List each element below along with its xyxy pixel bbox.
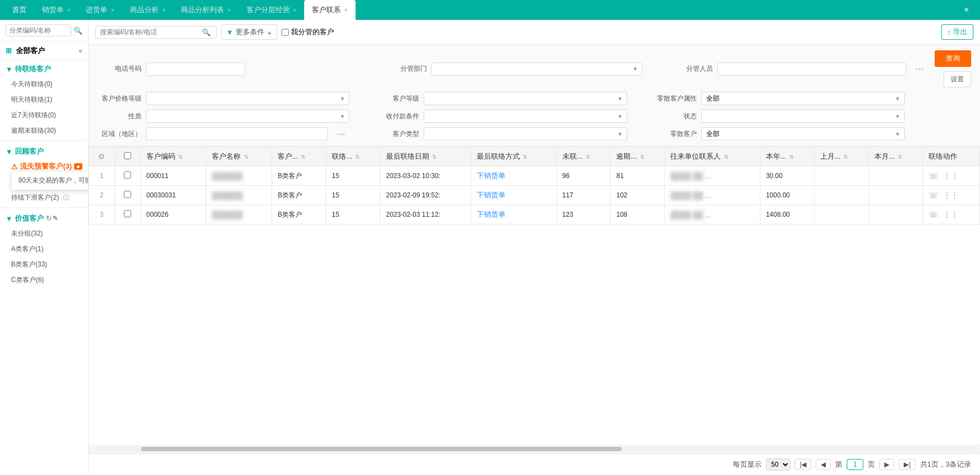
sidebar-group-review[interactable]: ▼ 回顾客户 — [0, 143, 88, 159]
tab-purchase[interactable]: 进货单 × — [78, 0, 122, 20]
sidebar-item-ungrouped[interactable]: 未分组(32) — [0, 226, 88, 241]
sidebar-item-class-c[interactable]: C类客户(6) — [0, 272, 88, 288]
sidebar-item-today[interactable]: 今天待联络(0) — [0, 76, 88, 92]
last-method-link-2[interactable]: 下销货单 — [477, 210, 505, 218]
toolbar: 🔍 ▼ 更多条件 ▲ 我分管的客户 ↑ 导出 — [88, 20, 980, 45]
setting-button[interactable]: 设置 — [943, 71, 971, 87]
filter-customer-level-select[interactable] — [424, 92, 627, 105]
row-select-checkbox-1[interactable] — [124, 191, 131, 198]
sidebar-search-input[interactable] — [6, 24, 71, 36]
filter-region-more[interactable]: ··· — [332, 128, 350, 140]
settings-gear-icon[interactable]: ⚙ — [98, 152, 105, 161]
export-button[interactable]: ↑ 导出 — [941, 24, 974, 40]
sidebar-collapse-icon[interactable]: « — [79, 47, 82, 55]
my-customers-checkbox[interactable] — [282, 29, 289, 36]
filter-price-level-label: 客户价格等级 — [97, 94, 142, 103]
sidebar-item-class-b[interactable]: B类客户(33) — [0, 257, 88, 272]
row-last-method-0[interactable]: 下销货单 — [471, 166, 556, 186]
select-all-checkbox[interactable] — [124, 152, 131, 159]
my-customers-checkbox-wrap[interactable]: 我分管的客户 — [282, 27, 334, 37]
tab-sales[interactable]: 销货单 × — [34, 0, 78, 20]
tab-customer-contact-close[interactable]: × — [344, 7, 347, 13]
sidebar-all-customers[interactable]: ⊞ 全部客户 « — [0, 41, 88, 61]
filter-dept-select[interactable] — [431, 62, 642, 76]
page-size-select[interactable]: 50 — [766, 458, 790, 471]
sidebar-item-7days[interactable]: 近7天待联络(0) — [0, 107, 88, 123]
sidebar-group-value[interactable]: ▼ 价值客户 ↻ ✎ — [0, 210, 88, 226]
value-refresh-icon[interactable]: ↻ — [46, 215, 51, 222]
sidebar-item-overdue-contact[interactable]: 逾期未联络(30) — [0, 123, 88, 138]
search-input[interactable] — [100, 28, 200, 36]
sidebar-item-class-a[interactable]: A类客户(1) — [0, 241, 88, 257]
row-checkbox-0[interactable] — [114, 166, 140, 186]
horizontal-scrollbar-track[interactable] — [97, 447, 971, 451]
tab-analysis[interactable]: 商品分析 × — [122, 0, 173, 20]
row-last-method-1[interactable]: 下销货单 — [471, 186, 556, 205]
col-last-method[interactable]: 最后联络方式 ⇅ — [471, 147, 556, 166]
filter-gender-select[interactable] — [146, 109, 350, 123]
filter-person-input[interactable] — [717, 62, 906, 76]
col-uncontacted[interactable]: 未联... ⇅ — [556, 147, 611, 166]
row-last-method-2[interactable]: 下销货单 — [471, 205, 556, 225]
col-this-year[interactable]: 本年... ⇅ — [760, 147, 814, 166]
horizontal-scrollbar-thumb[interactable] — [141, 447, 622, 451]
row-select-checkbox-2[interactable] — [124, 210, 131, 217]
filter-zero-attr-select[interactable]: 全部 — [701, 92, 905, 105]
filter-more-button[interactable]: ▼ 更多条件 ▲ — [221, 24, 277, 40]
prev-page-button[interactable]: ◀ — [816, 459, 831, 470]
col-type[interactable]: 客户... ⇅ — [272, 147, 326, 166]
tab-sales-close[interactable]: × — [67, 7, 70, 13]
last-method-link-0[interactable]: 下销货单 — [477, 171, 505, 180]
col-code[interactable]: 客户编码 ⇅ — [140, 147, 206, 166]
tab-purchase-close[interactable]: × — [111, 7, 114, 13]
action-contact-icon-1[interactable]: ☏ — [929, 191, 939, 200]
action-more-icon-0[interactable]: ⋮⋮ — [943, 171, 958, 180]
first-page-button[interactable]: |◀ — [795, 459, 811, 470]
filter-price-level-select[interactable] — [146, 92, 350, 105]
col-overdue[interactable]: 逾期... ⇅ — [611, 147, 665, 166]
sidebar-item-tomorrow[interactable]: 明天待联络(1) — [0, 92, 88, 107]
col-contact-person[interactable]: 往来单位联系人 ⇅ — [665, 147, 760, 166]
filter-zero-customer-select[interactable]: 全部 — [701, 127, 905, 140]
filter-payment-select[interactable] — [424, 109, 627, 123]
query-button[interactable]: 查询 — [935, 50, 971, 67]
tab-customer-contact[interactable]: 客户联系 × — [304, 0, 355, 20]
window-close-button[interactable]: × — [957, 5, 976, 15]
row-checkbox-2[interactable] — [114, 205, 140, 225]
tab-home[interactable]: 首页 — [4, 5, 34, 15]
sidebar-group-pending[interactable]: ▼ 待联络客户 — [0, 61, 88, 76]
page-label: 第 — [835, 460, 842, 469]
tab-analysis-list[interactable]: 商品分析列表 × — [173, 0, 238, 20]
filter-phone-input[interactable] — [146, 62, 246, 76]
col-last-date[interactable]: 最后联络日期 ⇅ — [380, 147, 471, 166]
page-size-label: 每页显示 — [733, 460, 762, 469]
tab-customer-tier-close[interactable]: × — [293, 7, 296, 13]
row-select-checkbox-0[interactable] — [124, 171, 131, 179]
col-checkbox[interactable] — [114, 147, 140, 166]
col-settings[interactable]: ⚙ — [89, 147, 115, 166]
filter-region-input[interactable] — [146, 127, 328, 140]
filter-person-more[interactable]: ··· — [911, 63, 928, 75]
action-contact-icon-0[interactable]: ☏ — [929, 171, 939, 180]
last-method-link-1[interactable]: 下销货单 — [477, 191, 505, 199]
next-page-button[interactable]: ▶ — [879, 459, 894, 470]
sidebar-search-icon[interactable]: 🔍 — [74, 27, 82, 35]
col-contact[interactable]: 联络... ⇅ — [326, 147, 380, 166]
tab-customer-tier[interactable]: 客户分层经营 × — [239, 0, 304, 20]
sidebar-item-declining[interactable]: 持续下滑客户(2) ⓘ — [0, 190, 88, 205]
row-checkbox-1[interactable] — [114, 186, 140, 205]
last-page-button[interactable]: ▶| — [899, 459, 915, 470]
col-name[interactable]: 客户名称 ⇅ — [206, 147, 272, 166]
action-contact-icon-2[interactable]: ☏ — [929, 210, 939, 219]
search-button[interactable]: 🔍 — [202, 28, 211, 36]
tab-analysis-close[interactable]: × — [162, 7, 165, 13]
action-more-icon-1[interactable]: ⋮⋮ — [943, 191, 958, 200]
row-type-1: B类客户 — [272, 186, 326, 205]
filter-customer-type-select[interactable] — [424, 127, 627, 140]
action-more-icon-2[interactable]: ⋮⋮ — [943, 210, 958, 219]
filter-status-select[interactable] — [701, 109, 905, 123]
col-last-month[interactable]: 上月... ⇅ — [814, 147, 868, 166]
col-this-month[interactable]: 本月... ⇅ — [868, 147, 922, 166]
tab-analysis-list-close[interactable]: × — [227, 7, 231, 13]
value-edit-icon[interactable]: ✎ — [53, 215, 58, 222]
